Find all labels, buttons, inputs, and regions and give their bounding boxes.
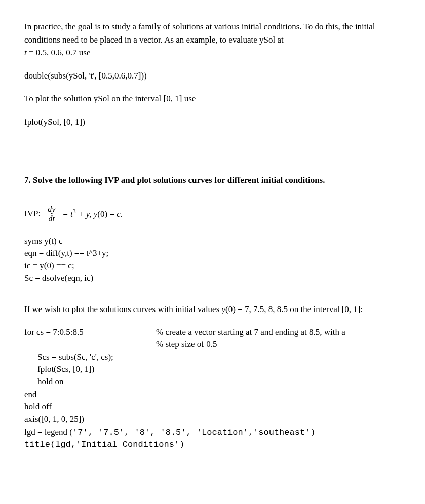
q7-code-block-2: for cs = 7:0.5:8.5 % create a vector sta… [24,326,401,451]
code-dsolve: Sc = dsolve(eqn, ic) [24,272,401,285]
code-ic: ic = y(0) == c; [24,260,401,273]
ivp-equation: IVP: dy dt = t3 + y, y(0) = c. [24,205,401,223]
intro-p1-text: In practice, the goal is to study a fami… [24,22,375,45]
code-axis: axis([0, 1, 0, 25]) [24,413,401,426]
code-syms: syms y(t) c [24,235,401,248]
code-hold-off: hold off [24,401,401,413]
frac-denominator: dt [47,215,55,223]
fraction-dydt: dy dt [47,205,56,223]
intro-paragraph-2: To plot the solution ySol on the interva… [24,92,401,105]
q7-heading: 7. Solve the following IVP and plot solu… [24,174,401,187]
code-subs: Scs = subs(Sc, 'c', cs); [37,351,401,364]
for-loop-header-row: for cs = 7:0.5:8.5 % create a vector sta… [24,326,401,351]
code-legend: lgd = legend ('7', '7.5', '8', '8.5', 'L… [24,426,401,439]
code-title: title(lgd,'Initial Conditions') [24,439,401,451]
code-eqn: eqn = diff(y,t) == t^3+y; [24,247,401,260]
frac-numerator: dy [47,205,56,213]
code-hold-on: hold on [37,376,401,389]
code-fplot: fplot(Scs, [0, 1]) [37,363,401,376]
ivp-label: IVP: [24,207,41,220]
q7-paragraph-curves: If we wish to plot the solutions curves … [24,303,401,316]
intro-code-2: fplot(ySol, [0, 1]) [24,115,401,129]
intro-code-1: double(subs(ySol, 't', [0.5,0.6,0.7])) [24,69,401,83]
ivp-rest: = t3 + y, y(0) = c. [62,207,123,220]
intro-p1-rest: = 0.5, 0.6, 0.7 use [27,48,91,57]
q7-code-block-1: syms y(t) c eqn = diff(y,t) == t^3+y; ic… [24,235,401,285]
for-comment: % create a vector starting at 7 and endi… [156,326,401,351]
intro-paragraph-1: In practice, the goal is to study a fami… [24,20,401,59]
for-statement: for cs = 7:0.5:8.5 [24,326,156,339]
code-end: end [24,389,401,401]
document-body: In practice, the goal is to study a fami… [24,20,401,451]
